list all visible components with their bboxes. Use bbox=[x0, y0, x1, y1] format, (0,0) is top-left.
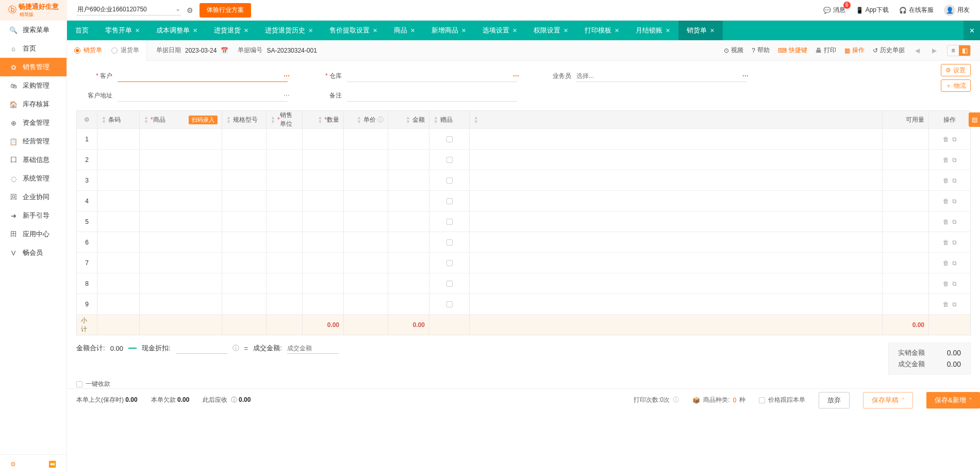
tab[interactable]: 月结锁账✕ bbox=[627, 21, 678, 40]
table-row[interactable]: 4🗑⧉ bbox=[77, 190, 970, 211]
sort-icon[interactable] bbox=[271, 116, 275, 124]
copy-row-icon[interactable]: ⧉ bbox=[952, 280, 957, 287]
collapse-sidebar-icon[interactable]: ⏪ bbox=[48, 461, 56, 468]
next-doc-icon[interactable]: ▶ bbox=[930, 47, 939, 54]
side-drawer-toggle[interactable]: ▤ bbox=[969, 112, 980, 127]
gift-checkbox[interactable] bbox=[446, 301, 453, 307]
price-track-checkbox[interactable] bbox=[759, 397, 765, 403]
close-icon[interactable]: ✕ bbox=[461, 27, 466, 34]
deal-input[interactable] bbox=[287, 342, 339, 354]
close-icon[interactable]: ✕ bbox=[563, 27, 568, 34]
close-icon[interactable]: ✕ bbox=[193, 27, 197, 34]
delete-row-icon[interactable]: 🗑 bbox=[943, 259, 949, 267]
table-row[interactable]: 2🗑⧉ bbox=[77, 149, 970, 170]
sidebar-item[interactable]: ⊕资金管理 bbox=[0, 113, 67, 132]
table-row[interactable]: 3🗑⧉ bbox=[77, 170, 970, 190]
doc-date-value[interactable]: 2023-03-24 bbox=[185, 47, 217, 54]
save-draft-button[interactable]: 保存草稿˄ bbox=[863, 392, 913, 409]
delete-row-icon[interactable]: 🗑 bbox=[943, 301, 949, 308]
table-row[interactable]: 1🗑⧉ bbox=[77, 128, 970, 149]
app-download-button[interactable]: 📱 App下载 bbox=[856, 6, 889, 14]
doc-type-return-radio[interactable]: 退货单 bbox=[111, 46, 139, 55]
close-icon[interactable]: ✕ bbox=[135, 27, 140, 34]
sidebar-item[interactable]: 田应用中心 bbox=[0, 225, 67, 243]
sort-icon[interactable] bbox=[318, 116, 322, 124]
gift-checkbox[interactable] bbox=[446, 136, 453, 142]
table-row[interactable]: 7🗑⧉ bbox=[77, 252, 970, 273]
tab[interactable]: 零售开单✕ bbox=[97, 21, 148, 40]
view-list-button[interactable]: ≡ bbox=[948, 45, 959, 56]
tab[interactable]: 打印模板✕ bbox=[576, 21, 627, 40]
remark-input[interactable] bbox=[347, 89, 517, 102]
copy-row-icon[interactable]: ⧉ bbox=[952, 136, 957, 143]
tab[interactable]: 选项设置✕ bbox=[474, 21, 525, 40]
warehouse-lookup-icon[interactable]: ⋯ bbox=[513, 72, 520, 79]
close-all-tabs-button[interactable]: ✕ bbox=[964, 21, 980, 40]
help-icon[interactable]: ⓘ bbox=[232, 344, 239, 353]
sort-icon[interactable] bbox=[434, 116, 438, 124]
table-row[interactable]: 9🗑⧉ bbox=[77, 293, 970, 314]
cashdiscount-input[interactable] bbox=[176, 342, 227, 354]
sidebar-item[interactable]: ✿销售管理 bbox=[0, 58, 67, 76]
addr-lookup-icon[interactable]: ⋯ bbox=[284, 92, 290, 99]
salesman-lookup-icon[interactable]: ⋯ bbox=[742, 72, 749, 79]
tab[interactable]: 权限设置✕ bbox=[525, 21, 576, 40]
delete-row-icon[interactable]: 🗑 bbox=[943, 136, 949, 143]
video-help-button[interactable]: ⊙视频 bbox=[724, 46, 743, 55]
settings-button[interactable]: ⚙设置 bbox=[941, 64, 971, 76]
copy-row-icon[interactable]: ⧉ bbox=[952, 259, 957, 267]
sort-icon[interactable] bbox=[474, 116, 478, 124]
sidebar-item[interactable]: V畅会员 bbox=[0, 243, 67, 262]
copy-row-icon[interactable]: ⧉ bbox=[952, 239, 957, 246]
tenant-selector[interactable]: 用户690企业1660120750 ⌄ bbox=[77, 5, 180, 15]
close-icon[interactable]: ✕ bbox=[512, 27, 517, 34]
tab[interactable]: 进货退货历史✕ bbox=[257, 21, 321, 40]
help-icon[interactable]: ⓘ bbox=[673, 396, 679, 404]
discard-button[interactable]: 放弃 bbox=[819, 392, 850, 409]
save-new-button[interactable]: 保存&新增˄ bbox=[926, 392, 980, 409]
delete-row-icon[interactable]: 🗑 bbox=[943, 156, 949, 164]
tab[interactable]: 新增商品✕ bbox=[423, 21, 474, 40]
addr-input[interactable] bbox=[118, 89, 288, 102]
copy-row-icon[interactable]: ⧉ bbox=[952, 156, 957, 164]
gift-checkbox[interactable] bbox=[446, 260, 453, 266]
copy-row-icon[interactable]: ⧉ bbox=[952, 177, 957, 184]
scan-badge[interactable]: 扫码录入 bbox=[189, 116, 218, 124]
sidebar-item[interactable]: ◌系统管理 bbox=[0, 169, 67, 188]
sidebar-item[interactable]: 🛍采购管理 bbox=[0, 76, 67, 95]
sidebar-item[interactable]: ➜新手引导 bbox=[0, 206, 67, 225]
help-icon[interactable]: ⓘ bbox=[231, 396, 237, 403]
prev-doc-icon[interactable]: ◀ bbox=[913, 47, 922, 54]
gift-checkbox[interactable] bbox=[446, 198, 453, 204]
logistics-button[interactable]: ＋物流 bbox=[941, 79, 971, 92]
close-icon[interactable]: ✕ bbox=[614, 27, 619, 34]
close-icon[interactable]: ✕ bbox=[373, 27, 377, 34]
online-service-button[interactable]: 🎧 在线客服 bbox=[899, 6, 934, 14]
tab[interactable]: 首页 bbox=[67, 21, 97, 40]
sidebar-item[interactable]: ⌂首页 bbox=[0, 39, 67, 58]
sort-icon[interactable] bbox=[102, 116, 106, 124]
table-row[interactable]: 5🗑⧉ bbox=[77, 211, 970, 232]
close-icon[interactable]: ✕ bbox=[410, 27, 415, 34]
sidebar-item[interactable]: 📋经营管理 bbox=[0, 132, 67, 151]
sort-icon[interactable] bbox=[357, 116, 361, 124]
delete-row-icon[interactable]: 🗑 bbox=[943, 177, 949, 184]
copy-row-icon[interactable]: ⧉ bbox=[952, 301, 957, 308]
close-icon[interactable]: ✕ bbox=[308, 27, 313, 34]
warehouse-input[interactable] bbox=[347, 70, 517, 82]
table-row[interactable]: 6🗑⧉ bbox=[77, 232, 970, 252]
tab[interactable]: 售价提取设置✕ bbox=[321, 21, 386, 40]
help-icon[interactable]: ⓘ bbox=[377, 116, 384, 124]
print-button[interactable]: 🖶打印 bbox=[816, 46, 836, 55]
view-detail-button[interactable]: ◧ bbox=[959, 45, 970, 56]
salesman-input[interactable] bbox=[576, 70, 746, 82]
gift-checkbox[interactable] bbox=[446, 157, 453, 163]
sort-icon[interactable] bbox=[406, 116, 410, 124]
calendar-icon[interactable]: 📅 bbox=[221, 47, 228, 54]
messages-button[interactable]: 💬 消息 6 bbox=[823, 6, 845, 14]
delete-row-icon[interactable]: 🗑 bbox=[943, 280, 949, 287]
copy-row-icon[interactable]: ⧉ bbox=[952, 198, 957, 205]
copy-row-icon[interactable]: ⧉ bbox=[952, 218, 957, 225]
sidebar-item[interactable]: 囗基础信息 bbox=[0, 151, 67, 169]
gift-checkbox[interactable] bbox=[446, 239, 453, 246]
